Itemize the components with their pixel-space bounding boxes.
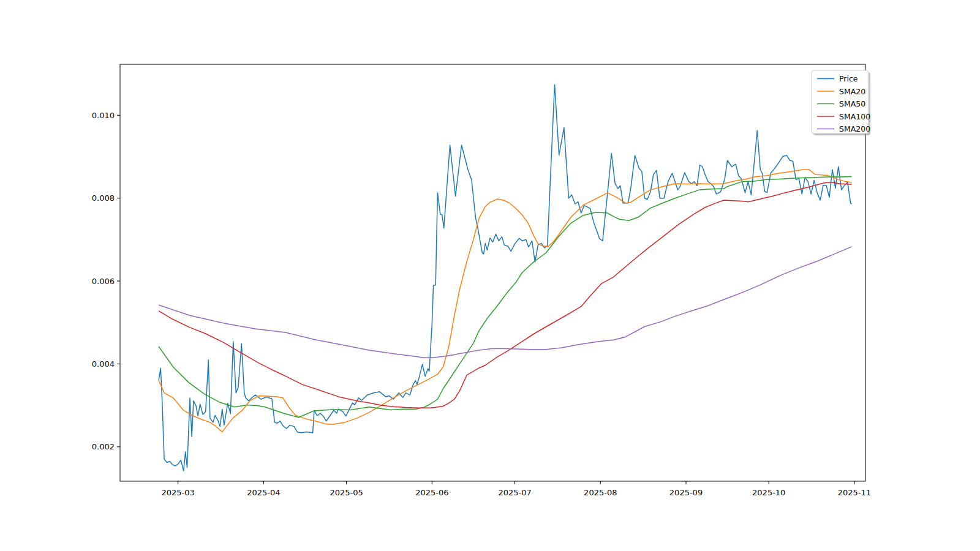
x-tick-label: 2025-05 [330,488,363,497]
legend-label-sma100: SMA100 [839,112,870,121]
legend-label-sma50: SMA50 [839,99,865,108]
x-tick-label: 2025-08 [584,488,617,497]
x-tick-label: 2025-10 [752,488,785,497]
x-tick-label: 2025-03 [161,488,194,497]
legend-label-price: Price [839,74,858,83]
x-tick-label: 2025-07 [498,488,531,497]
chart-canvas: 2025-032025-042025-052025-062025-072025-… [0,0,980,551]
x-tick-label: 2025-11 [838,488,871,497]
y-tick-label: 0.010 [92,111,115,120]
legend-label-sma20: SMA20 [839,87,865,96]
x-tick-label: 2025-09 [669,488,703,497]
price-sma-chart: 2025-032025-042025-052025-062025-072025-… [0,0,980,551]
y-tick-label: 0.002 [92,442,115,451]
x-tick-label: 2025-06 [415,488,448,497]
x-tick-label: 2025-04 [247,488,280,497]
y-tick-label: 0.004 [92,359,115,369]
legend: PriceSMA20SMA50SMA100SMA200 [812,70,870,135]
y-tick-label: 0.008 [92,193,115,203]
y-tick-label: 0.006 [92,277,115,286]
legend-label-sma200: SMA200 [839,124,870,133]
